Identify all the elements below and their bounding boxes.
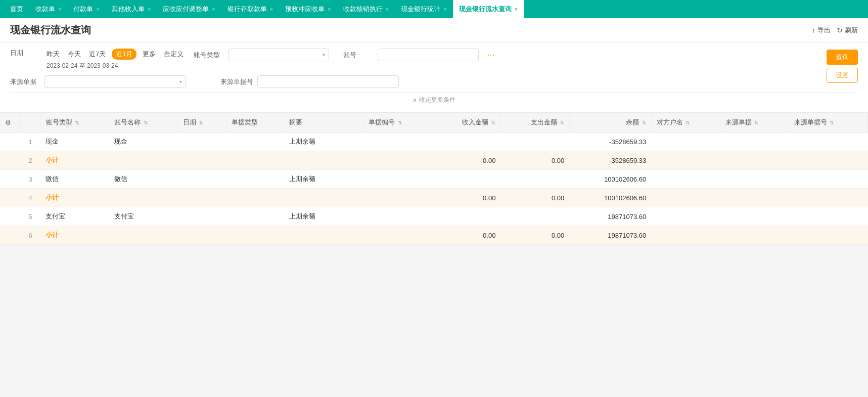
account-input[interactable] (378, 49, 479, 61)
sort-account-type-icon: ⇅ (75, 120, 79, 125)
data-table-container: ⚙ 账号类型 ⇅ 账号名称 ⇅ 日期 ⇅ 单据类型 摘要 单据编号 (0, 113, 868, 245)
row-index: 4 (20, 189, 40, 207)
row-src-doc-no (789, 226, 867, 245)
date-opt-custom[interactable]: 自定义 (162, 49, 186, 60)
source-doc-select[interactable] (44, 75, 186, 88)
row-account-name (109, 151, 178, 170)
nav-tab-9[interactable]: 现金银行流水查询 × (453, 0, 524, 18)
refresh-button[interactable]: ↻ 刷新 (837, 26, 858, 35)
table-row: 3 微信 微信 上期余额 100102606.60 (0, 170, 868, 189)
row-counterpart (651, 133, 720, 151)
close-tab-7-icon[interactable]: × (386, 6, 389, 12)
row-date (178, 151, 226, 170)
row-expense (500, 170, 569, 189)
close-tab-2-icon[interactable]: × (96, 6, 99, 12)
refresh-icon: ↻ (837, 26, 843, 34)
nav-tab-1[interactable]: 收款单 × (29, 0, 67, 18)
date-opt-7days[interactable]: 近7天 (87, 49, 108, 60)
row-summary (284, 151, 363, 170)
col-income[interactable]: 收入金额 ⇅ (432, 113, 500, 133)
col-doc-no[interactable]: 单据编号 ⇅ (363, 113, 432, 133)
row-src-doc (720, 133, 789, 151)
date-opt-yesterday[interactable]: 昨天 (44, 49, 62, 60)
table-row: 4 小计 0.00 0.00 100102606.60 (0, 189, 868, 207)
nav-tab-4[interactable]: 应收应付调整单 × (157, 0, 221, 18)
nav-tab-3[interactable]: 其他收入单 × (106, 0, 157, 18)
export-button[interactable]: ↑ 导出 (812, 26, 831, 35)
nav-tab-5[interactable]: 银行存取款单 × (221, 0, 279, 18)
row-account-type: 小计 (40, 189, 109, 207)
date-opt-today[interactable]: 今天 (66, 49, 83, 60)
nav-tab-6[interactable]: 预收冲应收单 × (279, 0, 337, 18)
col-gear[interactable]: ⚙ (0, 113, 20, 133)
account-type-select-wrapper: ▾ (228, 49, 329, 61)
source-doc-no-input[interactable] (257, 75, 399, 88)
row-date (178, 170, 226, 189)
page-title: 现金银行流水查询 (10, 23, 91, 37)
row-date (178, 133, 226, 151)
collapse-icon: ∧ (413, 97, 417, 104)
close-tab-1-icon[interactable]: × (58, 6, 61, 12)
filter-area: 日期 昨天 今天 近7天 近1月 更多 自定义 2023-02-24 至 202… (0, 42, 868, 113)
row-account-name (109, 226, 178, 245)
row-balance: 19871073.60 (569, 207, 651, 226)
collapse-bar[interactable]: ∧ 收起更多条件 (10, 92, 858, 106)
row-account-type: 小计 (40, 226, 109, 245)
nav-tab-7[interactable]: 收款核销执行 × (337, 0, 395, 18)
col-src-doc-no[interactable]: 来源单据号 ⇅ (789, 113, 867, 133)
row-gear-cell (0, 226, 20, 245)
row-account-name: 现金 (109, 133, 178, 151)
row-balance: -3528659.33 (569, 133, 651, 151)
col-counterpart[interactable]: 对方户名 ⇅ (651, 113, 720, 133)
col-account-type[interactable]: 账号类型 ⇅ (40, 113, 109, 133)
table-row: 2 小计 0.00 0.00 -3528659.33 (0, 151, 868, 170)
row-account-name: 微信 (109, 170, 178, 189)
row-src-doc-no (789, 170, 867, 189)
nav-home[interactable]: 首页 (4, 0, 29, 18)
close-tab-5-icon[interactable]: × (270, 6, 273, 12)
col-date[interactable]: 日期 ⇅ (178, 113, 226, 133)
close-tab-8-icon[interactable]: × (443, 6, 446, 12)
row-doc-no (363, 207, 432, 226)
row-index: 5 (20, 207, 40, 226)
nav-tab-8[interactable]: 现金银行统计 × (395, 0, 452, 18)
close-tab-4-icon[interactable]: × (212, 6, 215, 12)
date-opt-more[interactable]: 更多 (141, 49, 158, 60)
row-doc-no (363, 133, 432, 151)
account-dots-button[interactable]: ··· (483, 50, 498, 60)
sort-expense-icon: ⇅ (560, 120, 564, 125)
row-gear-cell (0, 133, 20, 151)
row-income (432, 170, 500, 189)
col-account-name[interactable]: 账号名称 ⇅ (109, 113, 178, 133)
row-balance: 100102606.60 (569, 170, 651, 189)
row-counterpart (651, 189, 720, 207)
col-expense[interactable]: 支出金额 ⇅ (500, 113, 569, 133)
sort-src-doc-no-icon: ⇅ (830, 120, 834, 125)
col-src-doc[interactable]: 来源单据 ⇅ (720, 113, 789, 133)
row-doc-type (226, 133, 284, 151)
col-balance[interactable]: 余额 ⇅ (569, 113, 651, 133)
row-income: 0.00 (432, 151, 500, 170)
row-gear-cell (0, 189, 20, 207)
source-doc-select-wrapper: ▾ (44, 75, 186, 88)
date-options: 昨天 今天 近7天 近1月 更多 自定义 (44, 49, 186, 60)
collapse-label: 收起更多条件 (419, 96, 455, 104)
sort-account-name-icon: ⇅ (144, 120, 148, 125)
close-tab-3-icon[interactable]: × (148, 6, 151, 12)
nav-tab-2[interactable]: 付款单 × (67, 0, 105, 18)
row-doc-type (226, 170, 284, 189)
account-type-select[interactable] (228, 49, 329, 61)
query-button[interactable]: 查询 (827, 50, 858, 65)
row-src-doc (720, 226, 789, 245)
header-actions: ↑ 导出 ↻ 刷新 (812, 26, 858, 35)
export-icon: ↑ (812, 26, 815, 34)
row-summary (284, 226, 363, 245)
date-opt-1month[interactable]: 近1月 (112, 49, 136, 60)
source-doc-label: 来源单据 (10, 77, 40, 86)
close-tab-9-icon[interactable]: × (515, 6, 518, 12)
close-tab-6-icon[interactable]: × (328, 6, 331, 12)
row-src-doc (720, 207, 789, 226)
row-account-name (109, 189, 178, 207)
row-expense: 0.00 (500, 226, 569, 245)
settings-button[interactable]: 设置 (827, 68, 858, 83)
